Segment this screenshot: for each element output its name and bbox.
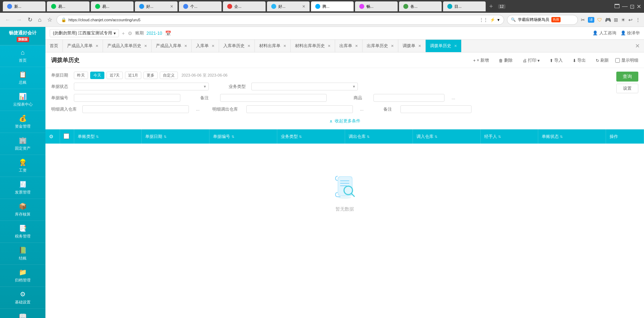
tab-close-4[interactable]: ✕ — [170, 4, 173, 9]
date-1month-btn[interactable]: 近1月 — [125, 72, 141, 79]
tab-finished-in2-close[interactable]: ✕ — [184, 44, 187, 48]
detail-out-dots-btn[interactable]: ... — [360, 107, 364, 112]
browser-tab-6[interactable]: 企... — [223, 1, 266, 11]
date-7days-btn[interactable]: 近7天 — [107, 72, 123, 79]
th-doc-type[interactable]: 单账类型 ⇅ — [74, 129, 142, 144]
export-button[interactable]: ⬇ 导出 — [569, 56, 589, 65]
th-in-warehouse[interactable]: 调入仓库 ⇅ — [413, 129, 480, 144]
sidebar-item-payroll[interactable]: 👷 工资 — [0, 155, 45, 177]
detail-note-input[interactable] — [400, 105, 471, 113]
browser-tab-8[interactable]: 腾... — [311, 1, 354, 11]
display-checkbox[interactable] — [615, 58, 620, 63]
sidebar-item-reports[interactable]: 📊 云报表中心 — [0, 89, 45, 111]
th-doc-date[interactable]: 单据日期 ⇅ — [142, 129, 209, 144]
tab-out-hist[interactable]: 出库单历史 ✕ — [362, 40, 398, 52]
browser-tab-3[interactable]: 易... — [91, 1, 133, 11]
sidebar-item-assets[interactable]: 🏢 固定资产 — [0, 133, 45, 155]
date-today-btn[interactable]: 今天 — [90, 72, 104, 79]
tab-transfer-hist[interactable]: 调拨单历史 ✕ — [426, 40, 462, 52]
add-company-button[interactable]: + — [122, 30, 125, 36]
calendar-icon[interactable]: 📅 — [165, 30, 171, 36]
home-button[interactable]: ⌂ — [37, 15, 43, 24]
th-doc-status[interactable]: 单账状态 ⇅ — [538, 129, 606, 144]
date-custom-btn[interactable]: 自定义 — [160, 72, 178, 79]
browser-tab-9[interactable]: 畅... — [355, 1, 398, 11]
tab-out-hist-close[interactable]: ✕ — [391, 44, 394, 48]
sidebar-item-home[interactable]: ⌂ 首页 — [0, 45, 45, 67]
browser-tab-7[interactable]: 好... ✕ — [267, 1, 310, 11]
goods-input[interactable] — [373, 94, 444, 102]
th-out-warehouse[interactable]: 调出仓库 ⇅ — [345, 129, 413, 144]
sidebar-item-archive[interactable]: 📁 归档管理 — [0, 265, 45, 287]
sidebar-item-settings[interactable]: ⚙ 基础设置 — [0, 287, 45, 309]
docno-input[interactable] — [74, 94, 180, 102]
tab-material-out-close[interactable]: ✕ — [283, 44, 286, 48]
detail-out-input[interactable] — [246, 105, 353, 113]
browser-tab-5[interactable]: 个... — [179, 1, 222, 11]
sidebar-item-inventory[interactable]: 📦 库存核算 — [0, 199, 45, 221]
detail-in-input[interactable] — [82, 105, 189, 113]
query-button[interactable]: 查询 — [616, 72, 638, 82]
tab-finished-in-hist[interactable]: 产成品入库单历史 ✕ — [103, 40, 152, 52]
company-selector[interactable]: (勿删勿禁用) 江西服宝测试专用 ▾ — [50, 29, 119, 37]
print-button[interactable]: 🖨 打印 ▾ — [519, 56, 543, 65]
browser-tab-11[interactable]: 目... — [443, 1, 486, 11]
sidebar-item-guide[interactable]: 📖 新手引导 — [0, 309, 45, 318]
tab-stock-in-close[interactable]: ✕ — [212, 44, 214, 48]
sidebar-item-closing[interactable]: 📗 结账 — [0, 243, 45, 265]
sidebar-item-ledger[interactable]: 📋 总账 — [0, 67, 45, 89]
th-doc-no[interactable]: 单据编号 ⇅ — [209, 129, 277, 144]
sidebar-item-tax[interactable]: 📑 税务管理 — [0, 221, 45, 243]
address-bar[interactable]: 🔒 https://cloud.chanjet.com/accounting/u… — [56, 15, 504, 25]
detail-in-dots-btn[interactable]: ... — [196, 107, 200, 112]
date-more-btn[interactable]: 更多 — [143, 72, 158, 79]
tab-home[interactable]: 首页 — [45, 40, 63, 52]
display-toggle[interactable]: 显示明细 — [615, 57, 638, 63]
tab-stock-in[interactable]: 入库单 ✕ — [192, 40, 219, 52]
tab-transfer-hist-close[interactable]: ✕ — [454, 44, 457, 48]
sidebar-item-invoice[interactable]: 🧾 发票管理 — [0, 177, 45, 199]
browser-tab-10[interactable]: 各... — [399, 1, 442, 11]
tab-finished-in[interactable]: 产成品入库单 ✕ — [63, 40, 103, 52]
forward-button[interactable]: → — [15, 15, 23, 24]
tab-out-close[interactable]: ✕ — [355, 44, 358, 48]
status-select[interactable] — [74, 83, 209, 90]
tab-transfer-close[interactable]: ✕ — [418, 44, 421, 48]
tab-transfer[interactable]: 调拨单 ✕ — [398, 40, 426, 52]
tab-finished-in2[interactable]: 产成品入库单 ✕ — [152, 40, 192, 52]
th-business-type[interactable]: 业务类型 ⇅ — [277, 129, 345, 144]
tab-material-out[interactable]: 材料出库单 ✕ — [255, 40, 291, 52]
import-button[interactable]: ⬆ 导入 — [546, 56, 566, 65]
browser-tab-1[interactable]: 新... — [3, 1, 45, 11]
collapse-row[interactable]: ∧ 收起更多条件 — [51, 117, 638, 125]
date-yesterday-btn[interactable]: 昨天 — [74, 72, 88, 79]
bookmark-button[interactable]: ☆ — [46, 15, 54, 24]
tab-finished-in-hist-close[interactable]: ✕ — [144, 44, 147, 48]
close-all-tabs-button[interactable]: ✕ — [631, 43, 644, 49]
sidebar-item-funds[interactable]: 💰 资金管理 — [0, 111, 45, 133]
th-handler[interactable]: 经手人 ⇅ — [480, 129, 538, 144]
filter-settings-button[interactable]: 设置 — [616, 84, 638, 93]
tab-out[interactable]: 出库单 ✕ — [335, 40, 362, 52]
support-btn[interactable]: 👤 人工咨询 — [593, 30, 616, 36]
delete-button[interactable]: 🗑 删除 — [495, 56, 516, 65]
refresh-button[interactable]: ↻ — [26, 15, 34, 24]
column-settings-button[interactable]: ⚙ — [49, 134, 54, 139]
tab-stock-in-hist-close[interactable]: ✕ — [247, 44, 250, 48]
user-btn[interactable]: 👤 徐泽华 — [621, 30, 640, 36]
browser-tab-2[interactable]: 易... — [47, 1, 89, 11]
new-button[interactable]: + + 新增 — [470, 56, 492, 65]
tab-material-out-hist[interactable]: 材料出库单历史 ✕ — [291, 40, 335, 52]
tab-stock-in-hist[interactable]: 入库单历史 ✕ — [219, 40, 255, 52]
browser-tab-4[interactable]: 好... ✕ — [135, 1, 178, 11]
tab-close-7[interactable]: ✕ — [302, 4, 305, 9]
goods-dots-btn[interactable]: ... — [452, 95, 455, 100]
new-tab-button[interactable]: + — [487, 3, 495, 10]
back-button[interactable]: ← — [4, 15, 12, 24]
refresh-button-page[interactable]: ↻ 刷新 — [592, 56, 612, 65]
tab-finished-in-close[interactable]: ✕ — [95, 44, 98, 48]
note-input[interactable] — [220, 94, 327, 102]
select-all-checkbox[interactable] — [64, 133, 69, 139]
tab-material-out-hist-close[interactable]: ✕ — [328, 44, 331, 48]
settings-company-button[interactable]: ⚙ — [128, 30, 132, 36]
